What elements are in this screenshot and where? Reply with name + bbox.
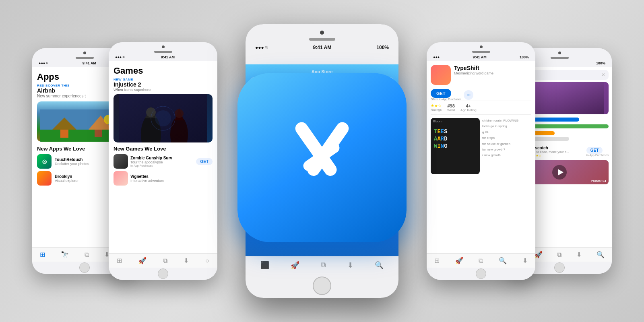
home-button-right1[interactable] (476, 268, 486, 279)
typeshift-header: TypeShift Mesmerizing word game (431, 65, 531, 85)
typeshift-title: TypeShift (454, 65, 493, 71)
typeshift-icon (431, 65, 451, 85)
hopscotch-info: Hopscotch Learn to code, make your o... … (527, 146, 584, 157)
game-banner (114, 94, 213, 142)
tab-today-center[interactable]: ⬛ (260, 261, 269, 270)
tab-featured-r1[interactable]: ⊞ (434, 257, 440, 264)
bottom-bar-left2 (109, 268, 217, 280)
tab-games-center[interactable]: 🚀 (291, 261, 299, 270)
typeshift-more-button[interactable]: ··· (464, 90, 473, 100)
vignettes-icon (114, 171, 128, 186)
tab-search-r1[interactable]: 🔍 (499, 257, 507, 264)
time-left2: 9:41 AM (161, 55, 175, 59)
tab-search-l2[interactable]: ○ (205, 257, 209, 264)
tab-explore[interactable]: 🔭 (61, 251, 69, 258)
speaker-left2 (154, 51, 172, 53)
svg-rect-5 (95, 130, 102, 137)
center-speaker (309, 38, 335, 41)
center-phone-bottom (246, 274, 398, 298)
vignettes-name: Vignettes (130, 174, 213, 179)
zombie-name: Zombie Gunship Surv (130, 156, 194, 160)
status-bar-left2: ●●● ≈ 9:41 AM (114, 55, 213, 59)
touchretouch-icon: ⊗ (37, 154, 52, 169)
camera-dot-left1 (83, 52, 86, 54)
home-button-center[interactable] (313, 277, 331, 295)
tab-layers[interactable]: ⧉ (85, 251, 89, 258)
home-button-left1[interactable] (79, 262, 90, 273)
svg-point-16 (155, 110, 171, 126)
camera-dot-right2 (558, 52, 561, 54)
tab-layers-r2[interactable]: ⧉ (557, 251, 561, 258)
signal-right1: ●●● (433, 55, 440, 59)
signal-left2: ●●● ≈ (115, 55, 125, 59)
tab-apps-center[interactable]: ⧉ (321, 261, 326, 269)
tab-games-r1[interactable]: 🚀 (455, 257, 463, 264)
zombie-icon (114, 154, 128, 169)
status-bar-right1: ●●● 9:41 AM 100% (431, 55, 530, 59)
app-store-logo-svg (270, 105, 374, 210)
rating-rank: #98 Word (447, 103, 455, 112)
injustice-subtitle: When iconic superhero (114, 88, 213, 92)
speaker-right1 (472, 51, 490, 53)
phone-right-1: ●●● 9:41 AM 100% TypeShift Mesmerizing w… (427, 42, 535, 280)
center-time: 9:41 AM (313, 45, 332, 50)
video-points-label: Points: 64 (591, 179, 606, 183)
tab-updates-center[interactable]: ⬇ (347, 261, 353, 270)
tab-layers-r1[interactable]: ⧉ (479, 257, 483, 264)
tab-layers-l2[interactable]: ⧉ (163, 257, 167, 264)
screen-right1: TypeShift Mesmerizing word game GET Offe… (427, 61, 535, 268)
hopscotch-name: Hopscotch (527, 146, 584, 150)
center-status-bar: ●●● ≈ 9:41 AM 100% (246, 45, 398, 50)
new-game-label: NEW GAME (114, 78, 213, 81)
tab-search-icon-r2[interactable]: 🔍 (597, 251, 605, 258)
tab-featured-l2[interactable]: ⊞ (117, 257, 122, 264)
screen-left2: Games NEW GAME Injustice 2 When iconic s… (109, 61, 217, 268)
home-button-right2[interactable] (554, 262, 565, 273)
brooklyn-icon (37, 171, 52, 186)
tab-download-l2[interactable]: ⬇ (184, 257, 189, 264)
ratings-row: ★★☆ Ratings #98 Word 4+ Age Rating (431, 101, 531, 115)
hopscotch-desc: Learn to code, make your o... (527, 150, 584, 154)
rating-age: 4+ Age Rating (460, 103, 477, 112)
game-row-vignettes: Vignettes Interactive adventure (114, 171, 213, 186)
clear-search-button[interactable]: ✕ (601, 72, 605, 78)
tab-search-center[interactable]: 🔍 (375, 261, 384, 270)
typeshift-text-info: TypeShift Mesmerizing word game (454, 65, 493, 75)
app-store-icon (237, 73, 407, 242)
bloom-label: Bloom (431, 118, 480, 125)
typeshift-offers-label: Offers in-App Purchases (431, 98, 461, 101)
battery-right2: 100% (596, 61, 605, 65)
vignettes-info: Vignettes Interactive adventure (130, 174, 213, 183)
injustice-title: Injustice 2 (114, 81, 213, 88)
zombie-info: Zombie Gunship Surv Tour the apocalypse … (130, 156, 194, 167)
svg-point-14 (175, 109, 184, 118)
signal-left1: ●●● ≈ (39, 61, 48, 65)
tab-games-l2[interactable]: 🚀 (138, 257, 147, 264)
time-left1: 9:41 AM (83, 61, 96, 65)
zombie-desc: Tour the apocalypse (130, 160, 194, 164)
tab-updates-r1[interactable]: ⬇ (522, 257, 528, 264)
center-bottom-tabs: ⬛ 🚀 ⧉ ⬇ 🔍 (246, 256, 398, 274)
tab-games-r2[interactable]: 🚀 (535, 251, 543, 258)
center-battery: 100% (376, 45, 389, 50)
camera-dot-right1 (480, 45, 483, 48)
camera-dot-left2 (162, 45, 165, 48)
scene: ●●● ≈ 9:41 AM Apps REDISCOVER THIS Airbn… (0, 0, 644, 322)
center-signal: ●●● ≈ (255, 45, 268, 50)
hopscotch-in-app-label: in-App Purchases (586, 154, 609, 157)
typeshift-get-button[interactable]: GET (431, 89, 451, 98)
tab-download-r2[interactable]: ⬇ (576, 251, 582, 258)
center-phone-top: ●●● ≈ 9:41 AM 100% (246, 24, 398, 64)
center-front-camera (320, 31, 324, 35)
rating-stars: ★★☆ Ratings (431, 103, 442, 112)
speaker-left1 (76, 57, 94, 59)
svg-rect-3 (60, 130, 68, 138)
zombie-get-button[interactable]: GET (196, 158, 213, 165)
tab-featured[interactable]: ⊞ (40, 251, 45, 258)
hopscotch-get-button[interactable]: GET (586, 147, 603, 154)
battery-right1: 100% (520, 55, 529, 59)
home-button-left2[interactable] (158, 268, 168, 279)
bottom-bar-right1 (427, 268, 535, 280)
typeshift-actions: GET Offers in-App Purchases ··· (431, 89, 531, 101)
word-game-area: Bloom TEES AARD WING children crate: PLO… (431, 118, 531, 190)
